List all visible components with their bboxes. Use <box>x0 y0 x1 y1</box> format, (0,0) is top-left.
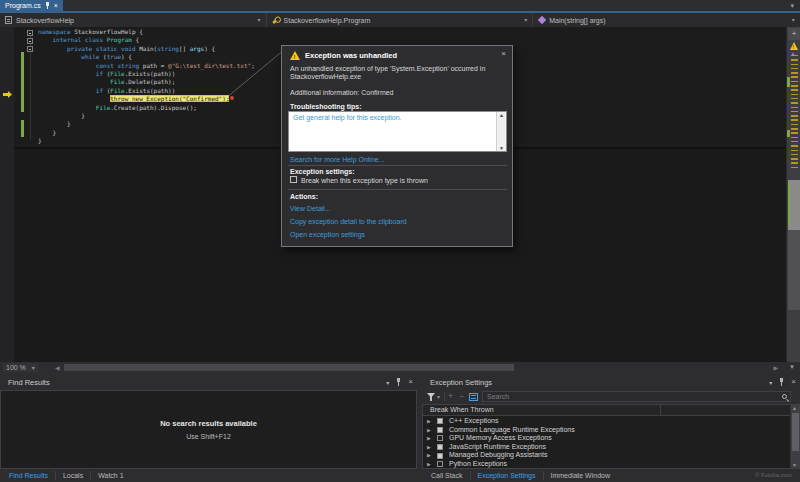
remove-icon[interactable]: − <box>459 391 464 401</box>
scrollbar-saved-mark <box>787 77 790 87</box>
pin-icon[interactable] <box>779 378 784 386</box>
chevron-down-icon[interactable]: ▾ <box>258 16 261 23</box>
exception-category-row[interactable]: ▶Managed Debugging Assistants <box>423 451 791 460</box>
chevron-down-icon: ▾ <box>32 364 35 371</box>
expander-icon[interactable]: ▶ <box>427 426 431 435</box>
category-checkbox[interactable] <box>437 427 443 433</box>
column-header-row[interactable]: Break When Thrown <box>423 405 799 416</box>
close-icon[interactable]: × <box>501 49 506 58</box>
splitter-grip-icon[interactable]: + <box>788 28 800 40</box>
checklist-icon[interactable] <box>469 393 478 401</box>
exception-settings-label: Exception settings: <box>290 168 504 175</box>
tab-program-cs[interactable]: Program.cs × <box>0 0 63 11</box>
dialog-action-link[interactable]: Open exception settings <box>290 231 504 238</box>
member-dropdown[interactable]: Main(string[] args) ▾ <box>533 13 800 27</box>
window-menu-icon[interactable]: ▾ <box>386 379 389 386</box>
expander-icon[interactable]: ▶ <box>427 451 431 460</box>
search-help-online-link[interactable]: Search for more Help Online... <box>290 156 504 163</box>
close-icon[interactable]: × <box>408 378 413 386</box>
expander-icon[interactable]: ▶ <box>427 434 431 443</box>
collapse-toggle-icon[interactable] <box>27 30 33 36</box>
code-token: } <box>38 112 85 119</box>
scroll-up-icon[interactable]: ▲ <box>499 112 504 118</box>
find-results-titlebar[interactable]: Find Results ▾ × <box>0 377 417 389</box>
category-checkbox[interactable] <box>437 444 443 450</box>
tips-scrollbar[interactable]: ▲ ▼ <box>496 112 506 151</box>
empty-results-message: No search results available <box>160 419 257 428</box>
pin-icon[interactable] <box>45 2 50 9</box>
list-scrollbar[interactable]: ▲ ▼ <box>790 405 799 468</box>
divider <box>288 165 507 166</box>
scrollbar-track[interactable] <box>788 230 800 310</box>
category-label: JavaScript Runtime Exceptions <box>449 443 546 452</box>
zoom-level-select[interactable]: 100 % ▾ <box>3 363 38 372</box>
exception-settings-list: Break When Thrown ▶C++ Exceptions▶Common… <box>422 404 800 469</box>
window-menu-icon[interactable]: ▾ <box>769 379 772 386</box>
category-checkbox[interactable] <box>437 435 443 441</box>
watermark: © Fotolia.com <box>755 472 792 478</box>
scrollbar-thumb[interactable] <box>788 180 800 230</box>
search-icon[interactable] <box>782 394 787 399</box>
column-divider[interactable] <box>660 405 661 416</box>
close-icon[interactable]: × <box>54 2 58 9</box>
scroll-up-icon[interactable]: ▲ <box>792 405 797 411</box>
add-icon[interactable]: + <box>448 391 453 401</box>
break-when-thrown-checkbox[interactable] <box>290 176 297 183</box>
horizontal-scrollbar-thumb[interactable] <box>64 364 514 371</box>
code-token <box>38 53 81 60</box>
category-checkbox[interactable] <box>437 461 443 467</box>
code-line[interactable]: namespace StackoverflowHelp { <box>0 28 786 36</box>
dialog-action-link[interactable]: View Detail... <box>290 205 504 212</box>
pin-icon[interactable] <box>396 378 401 386</box>
category-checkbox[interactable] <box>437 418 443 424</box>
panel-title: Exception Settings <box>430 378 492 387</box>
category-checkbox[interactable] <box>437 453 443 459</box>
exception-category-row[interactable]: ▶Common Language Runtime Exceptions <box>423 426 791 435</box>
code-token: ) { <box>121 53 132 60</box>
code-line[interactable]: internal class Program { <box>0 36 786 44</box>
visual-studio-window: Program.cs × ▾ StackoverflowHelp ▾ Stack… <box>0 0 800 482</box>
collapse-toggle-icon[interactable] <box>27 46 33 52</box>
scroll-down-icon[interactable]: ▼ <box>792 462 797 468</box>
tab-locals[interactable]: Locals <box>55 471 90 481</box>
search-input[interactable] <box>487 392 767 401</box>
chevron-down-icon[interactable]: ▾ <box>437 393 440 400</box>
type-dropdown[interactable]: StackoverflowHelp.Program ▾ <box>267 13 534 27</box>
expander-icon[interactable]: ▶ <box>427 417 431 426</box>
tab-exception-settings[interactable]: Exception Settings <box>470 471 543 481</box>
general-help-link[interactable]: Get general help for this exception. <box>293 114 402 121</box>
project-dropdown[interactable]: StackoverflowHelp ▾ <box>0 13 267 27</box>
exception-category-row[interactable]: ▶GPU Memory Access Exceptions <box>423 434 791 443</box>
collapse-toggle-icon[interactable] <box>27 38 33 44</box>
find-results-tab-strip: Find ResultsLocalsWatch 1 <box>2 470 131 482</box>
tab-list-dropdown-icon[interactable]: ▾ <box>790 1 794 10</box>
tab-call-stack[interactable]: Call Stack <box>424 471 470 481</box>
scroll-down-icon[interactable]: ▼ <box>499 145 504 151</box>
exception-category-row[interactable]: ▶Python Exceptions <box>423 460 791 469</box>
filter-icon[interactable] <box>427 393 435 401</box>
scroll-right-icon[interactable]: ▶ <box>773 364 778 371</box>
exception-category-row[interactable]: ▶C++ Exceptions <box>423 417 791 426</box>
chevron-down-icon[interactable]: ▾ <box>524 16 527 23</box>
find-results-content[interactable]: No search results available Use Shift+F1… <box>0 390 417 469</box>
expander-icon[interactable]: ▶ <box>427 460 431 469</box>
exception-settings-titlebar[interactable]: Exception Settings ▾ × <box>422 377 800 389</box>
scroll-down-icon[interactable]: ▼ <box>789 364 795 370</box>
code-token: args <box>190 45 204 52</box>
code-token: File <box>110 70 124 77</box>
close-icon[interactable]: × <box>791 378 796 386</box>
exception-tree: ▶C++ Exceptions▶Common Language Runtime … <box>423 417 791 469</box>
scrollbar-thumb[interactable] <box>792 413 799 451</box>
tab-find-results[interactable]: Find Results <box>2 471 55 481</box>
expander-icon[interactable]: ▶ <box>427 443 431 452</box>
dialog-action-link[interactable]: Copy exception detail to the clipboard <box>290 218 504 225</box>
code-token: } <box>38 137 42 144</box>
zoom-level-value: 100 % <box>6 364 26 371</box>
scrollbar-saved-mark <box>787 130 790 137</box>
tab-watch-1[interactable]: Watch 1 <box>90 471 130 481</box>
chevron-down-icon[interactable]: ▾ <box>792 16 795 23</box>
tab-immediate-window[interactable]: Immediate Window <box>543 471 618 481</box>
exception-category-row[interactable]: ▶JavaScript Runtime Exceptions <box>423 443 791 452</box>
scroll-left-icon[interactable]: ◀ <box>55 364 60 371</box>
editor-vertical-scrollbar[interactable]: + ▲ <box>786 27 800 362</box>
